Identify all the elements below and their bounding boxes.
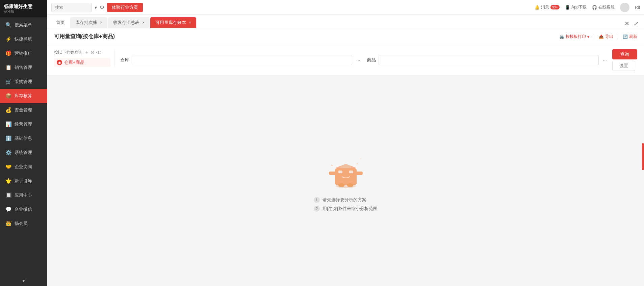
- filter-scheme-item[interactable]: ◉ 仓库+商品: [54, 58, 110, 67]
- sidebar-item-marketing[interactable]: 🎁 营销推广: [0, 46, 47, 60]
- tab-available[interactable]: 可用量库存账本 ×: [150, 17, 196, 28]
- sidebar-item-guide[interactable]: 🌟 新手引导: [0, 174, 47, 188]
- tab-collect-label: 收发存汇总表: [113, 20, 139, 26]
- industry-button[interactable]: 体验行业方案: [107, 3, 143, 12]
- tabs-close-button[interactable]: ✕: [623, 19, 631, 28]
- collapse-scheme-button[interactable]: ≪: [96, 49, 101, 55]
- box-icon: 📦: [5, 93, 12, 99]
- bell-icon: 🔔: [535, 5, 540, 10]
- warehouse-input[interactable]: [132, 55, 352, 65]
- topbar: ▾ ⚙ 体验行业方案 🔔 消息 99+ 📱 App下载 🎧 在线客服 Rit: [47, 0, 644, 15]
- tabs-side-buttons: ✕ ⤢: [623, 19, 640, 28]
- app-label: App下载: [571, 4, 587, 10]
- chart-icon: 📊: [5, 121, 12, 127]
- brand-name: 畅康通好生意: [4, 3, 32, 9]
- export-icon: 📤: [599, 34, 604, 39]
- svg-rect-1: [335, 168, 357, 185]
- sidebar-item-wechat[interactable]: 💬 企业微信: [0, 202, 47, 216]
- product-more-button[interactable]: ···: [601, 57, 608, 63]
- sidebar-item-label: 企业微信: [15, 206, 32, 212]
- star-icon: 🌟: [5, 178, 12, 184]
- dropdown-button[interactable]: ▾: [95, 5, 97, 10]
- tabs-bar: 首页 库存批次账 × 收发存汇总表 × 可用量库存账本 × ✕ ⤢: [47, 15, 644, 28]
- svg-rect-4: [329, 172, 336, 175]
- edit-scheme-button[interactable]: ⊙: [91, 49, 95, 55]
- sidebar-header: 畅康通好生意 标准版: [0, 0, 47, 18]
- sidebar: 畅康通好生意 标准版 🔍 搜索菜单 ⚡ 快捷导航 🎁 营销推广 📋 销售管理 🛒…: [0, 0, 47, 286]
- print-label: 按模板打印: [566, 34, 586, 40]
- sidebar-item-system[interactable]: ⚙️ 系统管理: [0, 146, 47, 160]
- search-input[interactable]: [51, 3, 92, 12]
- sidebar-item-label: 新手引导: [15, 178, 32, 184]
- empty-tip-1: 1 请先选择要分析的方案: [314, 197, 378, 203]
- brand-version: 标准版: [4, 9, 14, 14]
- sidebar-item-member[interactable]: 👑 畅会员: [0, 216, 47, 231]
- topbar-right: 🔔 消息 99+ 📱 App下载 🎧 在线客服 Rit: [535, 3, 640, 12]
- sidebar-item-shortcut[interactable]: ⚡ 快捷导航: [0, 32, 47, 46]
- message-button[interactable]: 🔔 消息 99+: [535, 4, 560, 10]
- gear-icon: ⚙️: [5, 150, 12, 156]
- sidebar-item-inventory[interactable]: 📦 库存核算: [0, 89, 47, 103]
- right-scrollbar[interactable]: [642, 143, 644, 170]
- tab-collect-close[interactable]: ×: [142, 20, 145, 25]
- tab-home[interactable]: 首页: [51, 17, 70, 28]
- message-badge: 99+: [550, 5, 560, 9]
- product-field: 商品 ···: [367, 55, 609, 65]
- sidebar-item-apps[interactable]: 🔲 应用中心: [0, 188, 47, 202]
- empty-svg: ✦ ✦ ✦: [326, 150, 366, 190]
- filter-label-actions: ＋ ⊙ ≪: [84, 49, 101, 55]
- tip-num-2: 2: [314, 206, 320, 212]
- sidebar-item-base[interactable]: ℹ️ 基础信息: [0, 131, 47, 146]
- handshake-icon: 🤝: [5, 164, 12, 170]
- filter-scheme-panel: 按以下方案查询 ＋ ⊙ ≪ ◉ 仓库+商品: [54, 49, 115, 67]
- empty-illustration: ✦ ✦ ✦: [326, 150, 366, 190]
- tab-collect[interactable]: 收发存汇总表 ×: [108, 17, 150, 28]
- svg-rect-2: [338, 171, 342, 173]
- sidebar-item-finance[interactable]: 💰 资金管理: [0, 103, 47, 117]
- tabs-expand-button[interactable]: ⤢: [632, 19, 640, 28]
- lightning-icon: ⚡: [5, 36, 12, 42]
- setting-button[interactable]: 设置: [612, 61, 635, 71]
- sidebar-item-label: 畅会员: [15, 220, 28, 227]
- filter-scheme-label: 按以下方案查询 ＋ ⊙ ≪: [54, 49, 110, 55]
- scheme-item-label: 仓库+商品: [64, 59, 84, 66]
- sidebar-item-label: 搜索菜单: [15, 22, 32, 28]
- sidebar-item-label: 营销推广: [15, 50, 32, 56]
- service-button[interactable]: 🎧 在线客服: [592, 4, 615, 10]
- sidebar-item-label: 企业协同: [15, 164, 32, 170]
- app-download-button[interactable]: 📱 App下载: [565, 4, 587, 10]
- svg-text:✦: ✦: [359, 158, 361, 160]
- crown-icon: 👑: [5, 220, 12, 227]
- product-label: 商品: [367, 57, 376, 63]
- add-scheme-button[interactable]: ＋: [84, 49, 89, 55]
- product-input[interactable]: [379, 55, 599, 65]
- sidebar-item-label: 采购管理: [15, 79, 32, 85]
- svg-rect-7: [347, 183, 353, 187]
- query-button[interactable]: 查询: [612, 49, 637, 59]
- filter-area: 按以下方案查询 ＋ ⊙ ≪ ◉ 仓库+商品 仓库: [47, 45, 644, 75]
- page-body: 可用量查询(按仓库+商品) 🖨️ 按模板打印 ▾ | 📤 导出 | 🔄 刷新: [47, 28, 644, 286]
- action-buttons: 查询 设置: [612, 49, 637, 71]
- warehouse-more-button[interactable]: ···: [355, 57, 362, 63]
- phone-icon: 📱: [565, 5, 570, 10]
- sidebar-scroll-down[interactable]: ▼: [0, 276, 47, 286]
- tab-available-close[interactable]: ×: [189, 20, 191, 25]
- filter-fields: 仓库 ··· 商品 ··· 查询 设置: [120, 49, 637, 71]
- username: Rit: [635, 5, 640, 10]
- print-icon: 🖨️: [559, 34, 564, 39]
- sidebar-item-label: 应用中心: [15, 192, 32, 198]
- tab-batch[interactable]: 库存批次账 ×: [70, 17, 107, 28]
- settings-button[interactable]: ⚙: [100, 4, 104, 10]
- tab-batch-close[interactable]: ×: [100, 20, 102, 25]
- svg-text:✦: ✦: [331, 163, 333, 167]
- refresh-button[interactable]: 🔄 刷新: [623, 34, 637, 40]
- sidebar-item-purchase[interactable]: 🛒 采购管理: [0, 75, 47, 89]
- money-icon: 💰: [5, 107, 12, 113]
- export-button[interactable]: 📤 导出: [599, 34, 613, 40]
- sidebar-item-operations[interactable]: 📊 经营管理: [0, 117, 47, 131]
- refresh-label: 刷新: [629, 34, 637, 40]
- print-button[interactable]: 🖨️ 按模板打印 ▾: [559, 34, 589, 40]
- sidebar-item-search[interactable]: 🔍 搜索菜单: [0, 18, 47, 32]
- sidebar-item-sales[interactable]: 📋 销售管理: [0, 60, 47, 75]
- sidebar-item-enterprise[interactable]: 🤝 企业协同: [0, 160, 47, 174]
